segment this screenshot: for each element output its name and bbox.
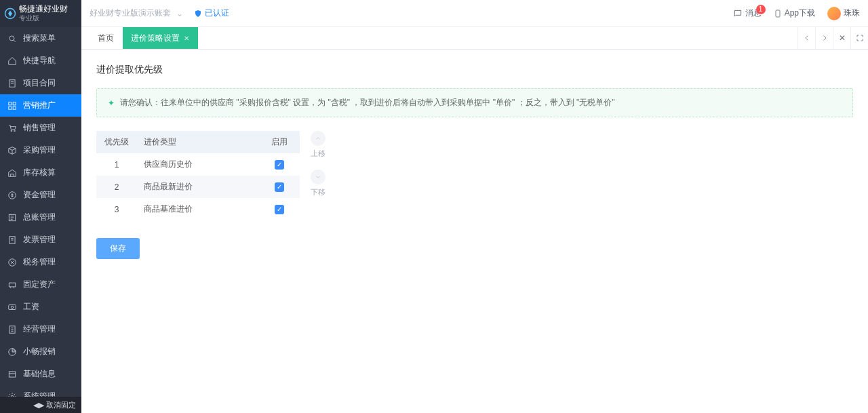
sidebar-item-label: 采购管理 (23, 144, 56, 156)
tab-prev-button[interactable] (797, 27, 815, 49)
sidebar-item-home[interactable]: 快捷导航 (0, 50, 81, 72)
warehouse-icon (7, 168, 18, 178)
app-download-button[interactable]: App下载 (774, 7, 815, 19)
fullscreen-button[interactable] (850, 27, 868, 49)
save-button[interactable]: 保存 (96, 238, 140, 259)
username: 珠珠 (844, 7, 860, 19)
move-up-button[interactable] (311, 131, 326, 146)
tax-icon (7, 257, 18, 268)
shield-icon (194, 9, 202, 18)
sidebar-item-label: 工资 (23, 301, 39, 313)
sidebar-item-doc[interactable]: 项目合同 (0, 72, 81, 94)
cell-type: 商品最新进价 (137, 176, 259, 198)
sidebar-item-cart[interactable]: 销售管理 (0, 117, 81, 139)
sidebar-item-warehouse[interactable]: 库存核算 (0, 161, 81, 184)
notice-text: 请您确认：往来单位中的供应商 "采购报价含税" 设置，为 "含税" ，取到进价后… (120, 97, 614, 109)
sidebar-item-invoice[interactable]: 发票管理 (0, 229, 81, 251)
sidebar-pin-label: 取消固定 (46, 400, 76, 410)
message-icon (733, 9, 743, 18)
home-icon (7, 56, 18, 66)
phone-icon (774, 9, 782, 18)
tab-next-button[interactable] (815, 27, 833, 49)
manage-icon (7, 324, 18, 335)
move-down-label: 下移 (311, 187, 326, 197)
sidebar-item-grid[interactable]: 营销推广 (0, 94, 81, 117)
sidebar-item-label: 经营管理 (23, 323, 56, 335)
sidebar-item-ledger[interactable]: 总账管理 (0, 206, 81, 229)
messages-badge: 1 (756, 5, 766, 14)
brand-icon (4, 7, 16, 20)
tab-active[interactable]: 进价策略设置 ✕ (123, 27, 198, 49)
sidebar-item-label: 小畅报销 (23, 346, 56, 357)
svg-rect-18 (9, 371, 15, 376)
table-row[interactable]: 2商品最新进价✓ (96, 176, 300, 198)
cell-enable: ✓ (259, 153, 300, 176)
sidebar-item-label: 项目合同 (23, 77, 56, 89)
cell-priority: 2 (96, 176, 137, 198)
sidebar-item-label: 总账管理 (23, 212, 56, 223)
user-menu[interactable]: 珠珠 (827, 7, 860, 20)
sidebar-item-money[interactable]: 资金管理 (0, 184, 81, 206)
col-type: 进价类型 (137, 131, 259, 153)
notice-banner: ✦ 请您确认：往来单位中的供应商 "采购报价含税" 设置，为 "含税" ，取到进… (96, 88, 853, 117)
tab-close-all-button[interactable]: ✕ (833, 27, 850, 49)
brand-edition: 专业版 (19, 14, 68, 23)
save-label: 保存 (110, 243, 126, 253)
sidebar-item-label: 资金管理 (23, 189, 56, 201)
sidebar-item-tax[interactable]: 税务管理 (0, 251, 81, 273)
page-title: 进价提取优先级 (96, 64, 853, 76)
checkbox-icon[interactable]: ✓ (275, 182, 284, 192)
tab-home[interactable]: 首页 (90, 27, 123, 49)
sidebar-item-base[interactable]: 基础信息 (0, 363, 81, 385)
messages-button[interactable]: 消息 1 (733, 7, 762, 19)
sidebar-item-label: 快捷导航 (23, 55, 56, 66)
close-icon[interactable]: ✕ (184, 35, 189, 42)
col-priority: 优先级 (96, 131, 137, 153)
cell-priority: 3 (96, 198, 137, 220)
sidebar-item-manage[interactable]: 经营管理 (0, 318, 81, 340)
sidebar-item-sys[interactable]: 系统管理 (0, 385, 81, 397)
svg-rect-6 (13, 106, 16, 109)
sidebar-item-box[interactable]: 采购管理 (0, 139, 81, 161)
cell-enable: ✓ (259, 198, 300, 220)
table-row[interactable]: 3商品基准进价✓ (96, 198, 300, 220)
svg-rect-20 (776, 10, 780, 17)
table-row[interactable]: 1供应商历史价✓ (96, 153, 300, 176)
checkbox-icon[interactable]: ✓ (275, 205, 284, 214)
report-icon (7, 347, 18, 357)
base-icon (7, 369, 18, 380)
sidebar-item-label: 搜索菜单 (23, 33, 56, 44)
tenant-selector[interactable]: 好业财专业版演示账套 ⌄ (90, 7, 183, 19)
svg-rect-5 (9, 106, 12, 109)
brand-logo: 畅捷通好业财 专业版 (0, 0, 81, 27)
move-up-label: 上移 (311, 149, 326, 159)
cell-type: 供应商历史价 (137, 153, 259, 176)
sidebar-item-asset[interactable]: 固定资产 (0, 273, 81, 296)
download-label: App下载 (785, 7, 815, 19)
verified-badge: 已认证 (194, 7, 229, 19)
svg-rect-14 (9, 304, 16, 309)
sidebar-item-search[interactable]: 搜索菜单 (0, 27, 81, 50)
topbar: 好业财专业版演示账套 ⌄ 已认证 消息 1 (81, 0, 868, 27)
sidebar-pin-toggle[interactable]: ◀▶ 取消固定 (0, 397, 81, 413)
sidebar-item-label: 基础信息 (23, 368, 56, 380)
search-icon (7, 33, 18, 44)
svg-point-1 (9, 35, 14, 40)
verified-label: 已认证 (205, 7, 229, 19)
svg-rect-3 (9, 102, 12, 104)
money-icon (7, 190, 18, 201)
checkbox-icon[interactable]: ✓ (275, 160, 284, 170)
avatar (827, 7, 841, 20)
sidebar-item-label: 税务管理 (23, 256, 56, 268)
brand-name: 畅捷通好业财 (19, 4, 68, 14)
box-icon (7, 145, 18, 156)
cell-priority: 1 (96, 153, 137, 176)
sidebar-item-report[interactable]: 小畅报销 (0, 340, 81, 363)
svg-point-8 (14, 130, 16, 132)
move-down-button[interactable] (311, 170, 326, 184)
tab-home-label: 首页 (98, 33, 114, 44)
sidebar-item-salary[interactable]: 工资 (0, 296, 81, 318)
tabbar: 首页 进价策略设置 ✕ ✕ (81, 27, 868, 50)
svg-point-7 (11, 130, 12, 132)
svg-point-15 (11, 306, 14, 309)
